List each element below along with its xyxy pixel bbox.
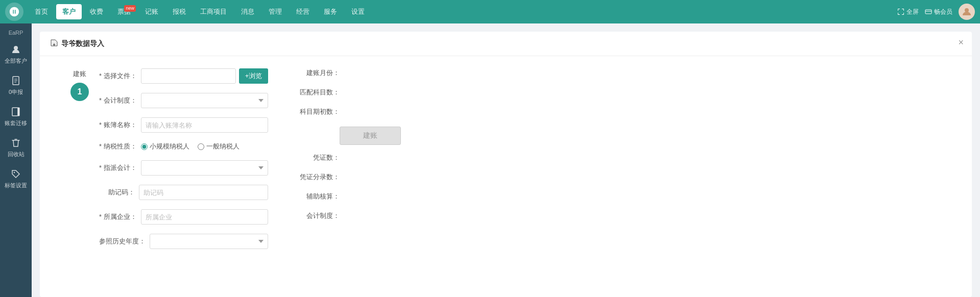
user-avatar[interactable] bbox=[959, 4, 975, 20]
tax-option2-label[interactable]: 一般纳税人 bbox=[198, 142, 240, 151]
book-icon bbox=[10, 106, 21, 117]
nav-right: 全屏 畅会员 bbox=[897, 4, 975, 20]
accounting-system-label: 会计制度： bbox=[299, 211, 340, 220]
voucher-count-label: 凭证分录数： bbox=[299, 172, 340, 182]
nav-service[interactable]: 服务 bbox=[318, 4, 343, 19]
main-content: 导爷数据导入 × 建账 1 * 选择文件： bbox=[32, 23, 980, 297]
accounting-system-row: 会计制度： bbox=[299, 211, 411, 220]
step-section: 建账 1 * 选择文件： +浏览 bbox=[70, 68, 268, 258]
voucher-label: 凭证数： bbox=[299, 153, 340, 162]
account-month-row: 建账月份： bbox=[299, 68, 411, 78]
trash-icon bbox=[10, 137, 21, 148]
sidebar-item-tag-settings[interactable]: 标签设置 bbox=[2, 164, 30, 193]
earp-label: EaRP bbox=[9, 28, 23, 38]
nav-business[interactable]: 工商项目 bbox=[194, 4, 233, 19]
file-row: * 选择文件： +浏览 bbox=[99, 68, 268, 84]
dialog-card: 导爷数据导入 × 建账 1 * 选择文件： bbox=[40, 32, 972, 297]
accounting-select[interactable] bbox=[141, 93, 269, 108]
close-button[interactable]: × bbox=[958, 38, 964, 47]
nav-fee[interactable]: 收费 bbox=[84, 4, 109, 19]
file-label: * 选择文件： bbox=[99, 71, 137, 81]
company-label: * 所属企业： bbox=[99, 212, 137, 221]
fullscreen-btn[interactable]: 全屏 bbox=[897, 8, 919, 16]
svg-rect-0 bbox=[925, 10, 931, 14]
accounting-label: * 会计制度： bbox=[99, 96, 137, 105]
svg-point-2 bbox=[14, 46, 18, 50]
tax-option1-radio[interactable] bbox=[141, 143, 148, 150]
person-icon bbox=[10, 44, 21, 55]
step-1-circle: 1 bbox=[70, 83, 89, 101]
account-month-label: 建账月份： bbox=[299, 68, 340, 78]
import-icon bbox=[50, 39, 58, 48]
nav-settings[interactable]: 设置 bbox=[345, 4, 371, 19]
app-logo[interactable] bbox=[5, 3, 23, 21]
dialog-header: 导爷数据导入 × bbox=[40, 32, 972, 56]
match-subject-row: 匹配科目数： bbox=[299, 88, 411, 97]
subject-init-row: 科目期初数： bbox=[299, 107, 411, 116]
assign-accountant-select[interactable] bbox=[141, 160, 269, 176]
match-subject-label: 匹配科目数： bbox=[299, 88, 340, 97]
nav-home[interactable]: 首页 bbox=[29, 4, 54, 19]
tax-option1-label[interactable]: 小规模纳税人 bbox=[141, 142, 189, 151]
sidebar: EaRP 全部客户 0申报 bbox=[0, 23, 32, 297]
tax-type-label: * 纳税性质： bbox=[99, 142, 137, 151]
file-input-wrap: +浏览 bbox=[141, 68, 269, 84]
main-layout: EaRP 全部客户 0申报 bbox=[0, 23, 980, 297]
subject-init-label: 科目期初数： bbox=[299, 107, 340, 116]
nav-manage[interactable]: 管理 bbox=[262, 4, 288, 19]
history-year-row: 参照历史年度： bbox=[99, 234, 268, 249]
sidebar-item-label: 账套迁移 bbox=[5, 119, 27, 127]
file-icon bbox=[10, 75, 21, 86]
sidebar-item-label: 回收站 bbox=[8, 151, 25, 158]
company-row: * 所属企业： bbox=[99, 209, 268, 225]
aux-calc-label: 辅助核算： bbox=[299, 192, 340, 201]
new-badge: new bbox=[124, 5, 136, 12]
build-account-button[interactable]: 建账 bbox=[340, 127, 401, 145]
memo-label: 助记码： bbox=[99, 188, 135, 197]
browse-button[interactable]: +浏览 bbox=[239, 68, 269, 84]
nav-message[interactable]: 消息 bbox=[235, 4, 260, 19]
aux-calc-row: 辅助核算： bbox=[299, 192, 411, 201]
sidebar-item-label: 0申报 bbox=[9, 88, 23, 96]
tax-option2-radio[interactable] bbox=[198, 143, 204, 150]
tag-icon bbox=[10, 168, 21, 180]
tax-type-radio-group: 小规模纳税人 一般纳税人 bbox=[141, 142, 269, 151]
memo-row: 助记码： bbox=[99, 185, 268, 200]
svg-point-5 bbox=[14, 172, 15, 173]
member-btn[interactable]: 畅会员 bbox=[925, 8, 952, 16]
sidebar-item-label: 全部客户 bbox=[5, 57, 27, 65]
file-input[interactable] bbox=[141, 68, 236, 84]
jian-zhang-label: 建账 bbox=[73, 69, 86, 79]
right-panel: 建账月份： 匹配科目数： 科目期初数： 建账 bbox=[299, 68, 411, 258]
history-year-select[interactable] bbox=[150, 234, 268, 249]
sidebar-item-declaration[interactable]: 0申报 bbox=[2, 71, 30, 100]
ledger-input[interactable] bbox=[141, 117, 269, 133]
voucher-row: 凭证数： bbox=[299, 153, 411, 162]
sidebar-item-label: 标签设置 bbox=[5, 182, 27, 189]
nav-tax[interactable]: 报税 bbox=[166, 4, 192, 19]
nav-invoice[interactable]: 票据 new bbox=[111, 4, 137, 19]
nav-operation[interactable]: 经营 bbox=[290, 4, 316, 19]
history-year-label: 参照历史年度： bbox=[99, 237, 146, 246]
nav-customer[interactable]: 客户 bbox=[56, 4, 82, 19]
assign-accountant-label: * 指派会计： bbox=[99, 163, 137, 172]
ledger-label: * 账簿名称： bbox=[99, 120, 137, 130]
assign-accountant-row: * 指派会计： bbox=[99, 160, 268, 176]
sidebar-item-account-migrate[interactable]: 账套迁移 bbox=[2, 102, 30, 131]
form-area: 建账 1 * 选择文件： +浏览 bbox=[40, 56, 972, 270]
top-nav: 首页 客户 收费 票据 new 记账 报税 工商项目 消息 管理 经营 服务 设… bbox=[0, 0, 980, 23]
nav-account[interactable]: 记账 bbox=[139, 4, 164, 19]
sidebar-item-all-customers[interactable]: 全部客户 bbox=[2, 40, 30, 69]
left-form-col: * 选择文件： +浏览 * 会计制度： bbox=[99, 68, 268, 258]
tax-type-row: * 纳税性质： 小规模纳税人 一般纳税人 bbox=[99, 142, 268, 151]
voucher-count-row: 凭证分录数： bbox=[299, 172, 411, 182]
memo-input[interactable] bbox=[139, 185, 268, 200]
dialog-title: 导爷数据导入 bbox=[50, 39, 104, 48]
company-input[interactable] bbox=[141, 209, 269, 225]
ledger-row: * 账簿名称： bbox=[99, 117, 268, 133]
svg-rect-4 bbox=[12, 108, 18, 116]
sidebar-item-recycle[interactable]: 回收站 bbox=[2, 133, 30, 162]
accounting-row: * 会计制度： bbox=[99, 93, 268, 108]
svg-point-1 bbox=[965, 8, 969, 12]
